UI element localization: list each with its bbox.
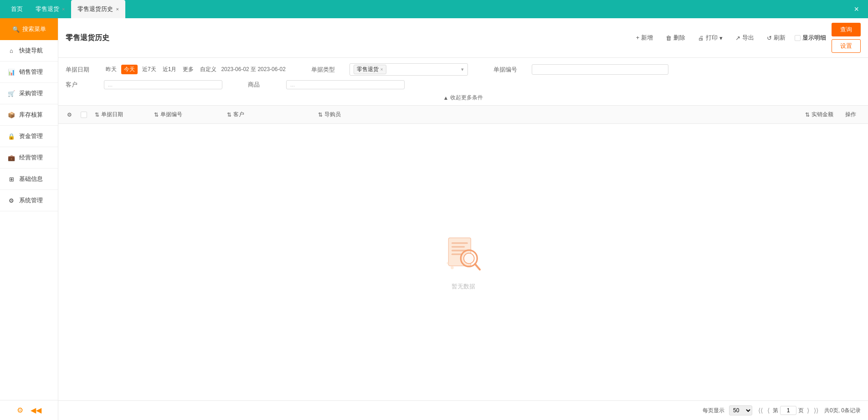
customer-filter-box[interactable]: ... (104, 80, 222, 89)
svg-rect-2 (451, 246, 464, 247)
sidebar-item-operations[interactable]: 💼 经营管理 (0, 147, 58, 169)
tab-home[interactable]: 首页 (5, 0, 29, 18)
date-options: 昨天 今天 近7天 近1月 更多 自定义 2023-06-02 至 2023-0… (104, 65, 286, 74)
column-number[interactable]: ⇅ 单据编号 (150, 111, 223, 118)
svg-point-6 (463, 253, 474, 263)
column-date[interactable]: ⇅ 单据日期 (91, 111, 150, 118)
collapse-button[interactable]: ▲ 收起更多条件 (66, 94, 861, 102)
setting-button[interactable]: 设置 (832, 39, 861, 53)
layout: 🔍 搜索菜单 ⌂ 快捷导航 📊 销售管理 🛒 采购管理 📦 库存核算 🔒 资金管… (0, 18, 868, 420)
number-filter-input[interactable] (532, 64, 668, 75)
sort-icon-customer: ⇅ (227, 112, 231, 118)
top-bar: 首页 零售退货 × 零售退货历史 × × (0, 0, 868, 18)
empty-state: 暂无数据 (58, 124, 868, 400)
first-page-button[interactable]: ⟨⟨ (757, 407, 764, 414)
export-icon: ↗ (735, 35, 740, 41)
last-page-button[interactable]: ⟩⟩ (812, 407, 820, 414)
collapse-up-icon: ▲ (443, 95, 449, 101)
sidebar-item-system[interactable]: ⚙ 系统管理 (0, 190, 58, 211)
type-tag-remove[interactable]: × (380, 67, 383, 72)
main-content: 零售退货历史 + 新增 🗑 删除 🖨 打印 ▾ ↗ 导出 (58, 18, 868, 420)
column-amount[interactable]: ⇅ 实销金额 (791, 111, 837, 118)
svg-line-7 (475, 264, 480, 269)
table-header: ⚙ ⇅ 单据日期 ⇅ 单据编号 ⇅ 客户 ⇅ (58, 106, 868, 124)
table-area: ⚙ ⇅ 单据日期 ⇅ 单据编号 ⇅ 客户 ⇅ (58, 106, 868, 400)
new-button[interactable]: + 新增 (632, 32, 657, 44)
sidebar-item-finance[interactable]: 🔒 资金管理 (0, 126, 58, 147)
goods-filter-label: 商品 (248, 81, 275, 89)
sort-icon-date: ⇅ (95, 112, 99, 118)
date-option-custom[interactable]: 自定义 (198, 65, 218, 74)
column-settings-icon: ⚙ (67, 112, 72, 118)
date-filter-label: 单据日期 (66, 66, 93, 74)
per-page-label: 每页显示 (703, 407, 724, 415)
customer-placeholder: ... (108, 82, 113, 88)
number-filter-label: 单据编号 (493, 66, 521, 74)
sidebar-bottom: ⚙ ◀◀ (0, 400, 58, 420)
empty-icon (441, 234, 486, 275)
type-filter-label: 单据类型 (311, 66, 339, 74)
prev-page-button[interactable]: ⟨ (766, 407, 771, 414)
date-option-today[interactable]: 今天 (121, 65, 138, 74)
next-page-button[interactable]: ⟩ (806, 407, 811, 414)
column-action: 操作 (837, 111, 864, 118)
settings-icon: ⚙ (7, 196, 15, 205)
page-number-input[interactable] (780, 406, 796, 415)
volume-icon[interactable]: ◀◀ (31, 406, 41, 415)
window-close-button[interactable]: × (849, 5, 863, 14)
date-option-7days[interactable]: 近7天 (140, 65, 158, 74)
display-detail-checkbox[interactable] (795, 35, 801, 41)
close-tab-retail-return[interactable]: × (62, 6, 65, 12)
date-option-1month[interactable]: 近1月 (161, 65, 179, 74)
column-checkbox[interactable] (77, 112, 91, 118)
column-settings-button[interactable]: ⚙ (62, 112, 77, 118)
query-button[interactable]: 查询 (832, 23, 861, 36)
settings-bottom-icon[interactable]: ⚙ (17, 406, 23, 415)
column-guide[interactable]: ⇅ 导购员 (314, 111, 369, 118)
print-icon: 🖨 (698, 35, 704, 41)
sidebar-item-purchase[interactable]: 🛒 采购管理 (0, 83, 58, 104)
customer-filter-label: 客户 (66, 81, 93, 89)
toolbar: + 新增 🗑 删除 🖨 打印 ▾ ↗ 导出 ↺ 刷新 (632, 23, 861, 53)
svg-point-8 (451, 266, 454, 269)
sort-icon-guide: ⇅ (318, 112, 323, 118)
per-page-select[interactable]: 50 100 200 (729, 405, 752, 415)
select-all-checkbox[interactable] (81, 112, 87, 118)
refresh-button[interactable]: ↺ 刷新 (763, 32, 789, 44)
grid-icon: ⊞ (7, 175, 15, 183)
close-tab-retail-return-history[interactable]: × (116, 6, 118, 12)
pagination-bar: 每页显示 50 100 200 ⟨⟨ ⟨ 第 页 ⟩ ⟩⟩ 共0页, 0条记录 (58, 400, 868, 420)
cart-icon: 🛒 (7, 89, 15, 97)
sidebar: 🔍 搜索菜单 ⌂ 快捷导航 📊 销售管理 🛒 采购管理 📦 库存核算 🔒 资金管… (0, 18, 58, 420)
goods-placeholder: ... (290, 82, 295, 88)
goods-filter-box[interactable]: ... (286, 80, 405, 89)
type-tag: 零售退货 × (354, 65, 386, 74)
date-option-more[interactable]: 更多 (181, 65, 195, 74)
lock-icon: 🔒 (7, 132, 15, 140)
export-button[interactable]: ↗ 导出 (732, 32, 758, 44)
box-icon: 📦 (7, 111, 15, 119)
chart-icon: 📊 (7, 68, 15, 76)
sidebar-search[interactable]: 🔍 搜索菜单 (0, 18, 58, 40)
page-title: 零售退货历史 (66, 33, 109, 43)
sidebar-item-inventory[interactable]: 📦 库存核算 (0, 104, 58, 126)
filter-area: 单据日期 昨天 今天 近7天 近1月 更多 自定义 2023-06-02 至 2… (58, 58, 868, 106)
tab-retail-return-history[interactable]: 零售退货历史 × (71, 0, 125, 18)
home-icon: ⌂ (7, 46, 15, 55)
delete-button[interactable]: 🗑 删除 (662, 32, 689, 44)
print-dropdown-icon: ▾ (719, 35, 723, 41)
sidebar-item-quick-nav[interactable]: ⌂ 快捷导航 (0, 40, 58, 61)
empty-text: 暂无数据 (452, 282, 475, 291)
page-nav: ⟨⟨ ⟨ 第 页 ⟩ ⟩⟩ (757, 406, 820, 415)
type-filter-box[interactable]: 零售退货 × ▾ (349, 63, 468, 76)
date-range-display: 2023-06-02 至 2023-06-02 (221, 66, 285, 73)
date-option-yesterday[interactable]: 昨天 (104, 65, 118, 74)
filter-row-1: 单据日期 昨天 今天 近7天 近1月 更多 自定义 2023-06-02 至 2… (66, 63, 861, 76)
print-button[interactable]: 🖨 打印 ▾ (694, 32, 726, 44)
tab-retail-return[interactable]: 零售退货 × (29, 0, 71, 18)
filter-row-2: 客户 ... 商品 ... (66, 80, 861, 89)
sidebar-item-basic-info[interactable]: ⊞ 基础信息 (0, 169, 58, 190)
display-detail-toggle[interactable]: 显示明细 (795, 34, 826, 42)
sidebar-item-sales[interactable]: 📊 销售管理 (0, 61, 58, 83)
column-customer[interactable]: ⇅ 客户 (223, 111, 314, 118)
